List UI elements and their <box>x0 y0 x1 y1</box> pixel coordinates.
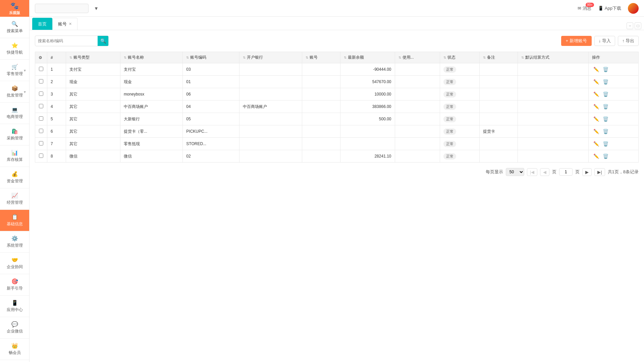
col-header-usage[interactable]: ⇅使用... <box>395 52 440 63</box>
search-wrap: 🔍 <box>35 36 109 46</box>
col-header-open-bank[interactable]: ⇅开户银行 <box>239 52 302 63</box>
row-edit-button[interactable]: ✏️ <box>592 153 600 160</box>
retail-icon: 🛒 <box>11 64 18 70</box>
sidebar-item-purchase-mgmt[interactable]: 🛍️ 采购管理 <box>0 124 29 145</box>
row-edit-button[interactable]: ✏️ <box>592 140 600 147</box>
tab-home[interactable]: 首页 <box>32 18 52 30</box>
col-header-status[interactable]: ⇅状态 <box>440 52 479 63</box>
prev-page-button[interactable]: ◀ <box>540 168 549 176</box>
col-header-account-type[interactable]: ⇅账号类型 <box>66 52 120 63</box>
new-guide-icon: 🎯 <box>11 278 18 285</box>
message-button[interactable]: ✉ 消息 99+ <box>578 5 591 11</box>
last-page-button[interactable]: ▶| <box>594 168 605 176</box>
row-account-no <box>302 88 340 101</box>
row-checkbox[interactable] <box>39 116 43 121</box>
row-checkbox-cell[interactable] <box>35 76 47 88</box>
row-delete-button[interactable]: 🗑️ <box>601 103 610 110</box>
row-checkbox[interactable] <box>39 92 43 96</box>
row-checkbox-cell[interactable] <box>35 125 47 138</box>
message-badge: 99+ <box>586 3 594 7</box>
row-delete-button[interactable]: 🗑️ <box>601 128 610 135</box>
col-header-latest-balance[interactable]: ⇅最新余额 <box>340 52 395 63</box>
row-delete-button[interactable]: 🗑️ <box>601 140 610 147</box>
row-edit-button[interactable]: ✏️ <box>592 78 600 85</box>
row-edit-button[interactable]: ✏️ <box>592 128 600 135</box>
row-usage <box>395 125 440 138</box>
import-button[interactable]: ↓ 导入 <box>594 36 615 46</box>
user-avatar[interactable] <box>628 3 639 14</box>
add-account-button[interactable]: + 新增账号 <box>561 36 592 46</box>
row-account-type: 其它 <box>66 125 120 138</box>
search-button[interactable]: 🔍 <box>98 36 108 46</box>
row-edit-button[interactable]: ✏️ <box>592 103 600 110</box>
sidebar-item-wholesale-mgmt[interactable]: 📦 批发管理 ▼ <box>0 81 29 103</box>
sidebar-item-new-guide[interactable]: 🎯 新手引导 <box>0 274 29 296</box>
row-checkbox-cell[interactable] <box>35 138 47 150</box>
tab-account-close-icon[interactable]: ✕ <box>69 22 72 26</box>
header-dropdown-icon[interactable]: ▼ <box>94 6 99 11</box>
first-page-button[interactable]: |◀ <box>527 168 537 176</box>
col-header-account-no[interactable]: ⇅账号 <box>302 52 340 63</box>
row-checkbox[interactable] <box>39 79 43 83</box>
col-header-settings[interactable]: ⚙ <box>35 52 47 63</box>
pagination-total: 共1页，8条记录 <box>608 169 639 175</box>
row-usage <box>395 76 440 88</box>
row-checkbox[interactable] <box>39 141 43 145</box>
row-remark: 提货卡 <box>480 125 518 138</box>
row-delete-button[interactable]: 🗑️ <box>601 153 610 160</box>
row-default-settlement <box>518 101 588 113</box>
col-header-account-code[interactable]: ⇅账号编码 <box>183 52 239 63</box>
row-checkbox-cell[interactable] <box>35 88 47 101</box>
row-checkbox-cell[interactable] <box>35 150 47 163</box>
row-checkbox[interactable] <box>39 129 43 133</box>
tab-minimize-icon[interactable]: − <box>627 22 633 29</box>
row-checkbox[interactable] <box>39 104 43 108</box>
row-delete-button[interactable]: 🗑️ <box>601 91 610 98</box>
message-icon: ✉ <box>578 6 581 11</box>
sidebar-item-enterprise-agreement[interactable]: 🤝 企业协同 <box>0 253 29 274</box>
sidebar-item-search-menu[interactable]: 🔍 搜索菜单 <box>0 17 29 38</box>
sidebar-item-operation-mgmt[interactable]: 📈 经营管理 <box>0 188 29 210</box>
row-delete-button[interactable]: 🗑️ <box>601 66 610 73</box>
row-edit-button[interactable]: ✏️ <box>592 91 600 98</box>
app-download-button[interactable]: 📱 App下载 <box>598 5 621 11</box>
row-delete-button[interactable]: 🗑️ <box>601 78 610 85</box>
row-checkbox[interactable] <box>39 67 43 71</box>
col-header-remark[interactable]: ⇅备注 <box>480 52 518 63</box>
row-checkbox-cell[interactable] <box>35 101 47 113</box>
row-actions: ✏️ 🗑️ <box>588 63 638 76</box>
export-button[interactable]: ↑ 导出 <box>618 36 639 46</box>
sidebar-item-member[interactable]: 👑 畅会员 <box>0 339 29 360</box>
per-page-select[interactable]: 50 20 100 <box>506 168 524 176</box>
tab-account[interactable]: 账号 ✕ <box>52 18 77 30</box>
row-no: 3 <box>47 88 66 101</box>
top-search-input[interactable] <box>35 4 89 13</box>
row-edit-button[interactable]: ✏️ <box>592 66 600 73</box>
sidebar-item-inventory-calc[interactable]: 📊 库存核算 <box>0 145 29 167</box>
next-page-button[interactable]: ▶ <box>582 168 592 176</box>
page-number-input[interactable] <box>559 168 573 176</box>
row-checkbox-cell[interactable] <box>35 113 47 125</box>
tab-maximize-icon[interactable]: □ <box>635 22 641 29</box>
sidebar-item-quick-nav[interactable]: ⭐ 快捷导航 <box>0 38 29 60</box>
col-header-default-settlement[interactable]: ⇅默认结算方式 <box>518 52 588 63</box>
sidebar-item-app-center[interactable]: 📱 应用中心 <box>0 296 29 317</box>
settings-gear-icon[interactable]: ⚙ <box>39 55 42 60</box>
row-checkbox-cell[interactable] <box>35 63 47 76</box>
row-delete-button[interactable]: 🗑️ <box>601 116 610 122</box>
row-edit-button[interactable]: ✏️ <box>592 116 600 122</box>
row-account-name: 提货卡（零... <box>120 125 182 138</box>
sidebar-item-ecommerce-mgmt[interactable]: 💻 电商管理 <box>0 103 29 124</box>
sidebar-item-retail-mgmt[interactable]: 🛒 零售管理 ▼ <box>0 60 29 81</box>
col-header-account-name[interactable]: ⇅账号名称 <box>120 52 182 63</box>
sidebar-item-fund-mgmt[interactable]: 💰 资金管理 <box>0 167 29 188</box>
row-checkbox[interactable] <box>39 154 43 158</box>
sidebar-item-enterprise-wechat[interactable]: 💬 企业微信 <box>0 317 29 339</box>
row-account-type: 其它 <box>66 113 120 125</box>
sidebar: 🐾 乐观版 🔍 搜索菜单 ⭐ 快捷导航 🛒 零售管理 ▼ 📦 批发管理 ▼ 💻 … <box>0 0 30 362</box>
row-status: 正常 <box>440 113 479 125</box>
sidebar-item-system-mgmt[interactable]: ⚙️ 系统管理 <box>0 231 29 253</box>
sidebar-item-basic-info[interactable]: 📋 基础信息 <box>0 210 29 231</box>
fund-icon: 💰 <box>11 171 18 177</box>
search-input[interactable] <box>35 39 98 43</box>
